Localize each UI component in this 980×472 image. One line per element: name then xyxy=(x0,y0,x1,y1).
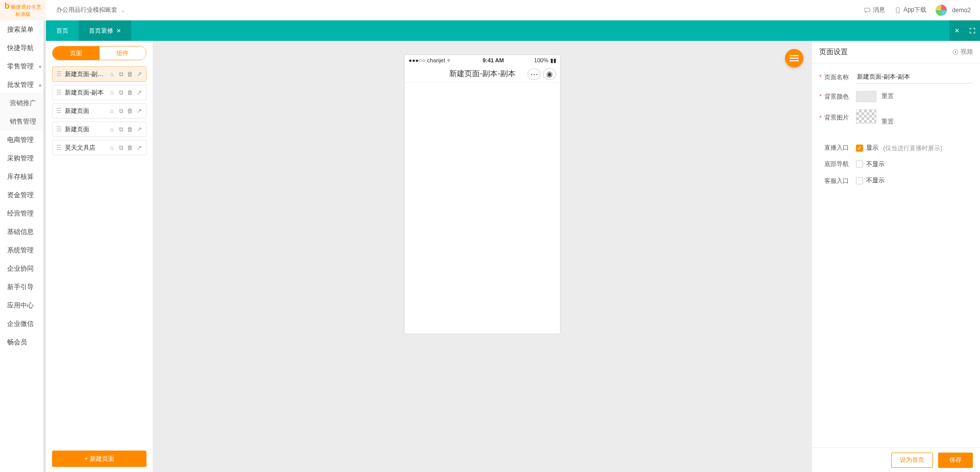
sidebar-item-collab[interactable]: 企业协同 xyxy=(0,259,45,278)
home-icon[interactable]: ⌂ xyxy=(108,144,115,151)
brand-sub: 标准版 xyxy=(15,11,31,18)
video-link[interactable]: 视频 xyxy=(952,48,973,56)
new-page-button[interactable]: + 新建页面 xyxy=(52,451,146,467)
tab-decoration[interactable]: 首页装修✕ xyxy=(79,20,131,41)
delete-icon[interactable]: 🗑 xyxy=(127,144,134,151)
tabbar-close-button[interactable]: ✕ xyxy=(949,20,965,41)
tab-page[interactable]: 页面 xyxy=(53,46,100,60)
copy-icon[interactable]: ⧉ xyxy=(117,107,125,114)
delete-icon[interactable]: 🗑 xyxy=(127,89,134,96)
brand-text: 畅捷通好生意 xyxy=(11,4,41,10)
sidebar-item-ecommerce[interactable]: 电商管理 xyxy=(0,131,45,149)
sidebar-item-system[interactable]: 系统管理 xyxy=(0,241,45,259)
phone-icon xyxy=(894,7,901,14)
chevron-down-icon: ⌄ xyxy=(120,7,126,14)
share-icon[interactable]: ↗ xyxy=(136,126,143,133)
account-switcher[interactable]: 办公用品行业模拟账套 ⌄ xyxy=(56,6,126,14)
share-icon[interactable]: ↗ xyxy=(136,70,143,78)
settings-header: 页面设置 视频 xyxy=(812,41,980,63)
battery-icon: ▮▮ xyxy=(550,57,556,63)
sidebar-scrollbar[interactable] xyxy=(43,20,45,472)
logo[interactable]: b 畅捷通好生意 标准版 xyxy=(0,0,46,20)
left-sidebar: 搜索菜单 快捷导航 零售管理▾ 批发管理▴ 营销推广 销售管理 电商管理 采购管… xyxy=(0,20,46,472)
tabs-bar: 首页 首页装修✕ ✕ xyxy=(46,20,980,41)
share-icon[interactable]: ↗ xyxy=(136,107,143,114)
page-item-1[interactable]: ☰ 新建页面-副本 ⌂⧉🗑↗ xyxy=(52,85,146,100)
app-download-button[interactable]: App下载 xyxy=(894,6,926,14)
home-icon[interactable]: ⌂ xyxy=(108,126,115,133)
sidebar-item-member[interactable]: 畅会员 xyxy=(0,333,45,351)
sidebar-item-quicknav[interactable]: 快捷导航 xyxy=(0,39,45,57)
checkbox-icon xyxy=(856,177,863,184)
page-item-3[interactable]: ☰ 新建页面 ⌂⧉🗑↗ xyxy=(52,122,146,137)
sidebar-sub-sales[interactable]: 销售管理 xyxy=(0,112,45,131)
delete-icon[interactable]: 🗑 xyxy=(127,107,134,114)
sidebar-item-appstore[interactable]: 应用中心 xyxy=(0,296,45,315)
sidebar-item-operation[interactable]: 经营管理 xyxy=(0,204,45,223)
user-menu[interactable]: demo2 xyxy=(936,5,971,16)
chat-icon xyxy=(864,7,871,14)
sidebar-item-purchase[interactable]: 采购管理 xyxy=(0,149,45,168)
field-service-entry: 客服入口 不显示 xyxy=(819,176,973,186)
fullscreen-button[interactable] xyxy=(965,20,980,41)
bg-color-reset[interactable]: 重置 xyxy=(881,92,894,100)
drag-icon[interactable]: ☰ xyxy=(56,107,62,114)
miniprogram-more-button[interactable]: ⋯ xyxy=(528,68,541,80)
signal-icon: ●●●○○ xyxy=(409,57,427,63)
home-icon[interactable]: ⌂ xyxy=(108,107,115,114)
page-item-2[interactable]: ☰ 新建页面 ⌂⧉🗑↗ xyxy=(52,103,146,119)
sidebar-item-inventory[interactable]: 库存核算 xyxy=(0,168,45,186)
hamburger-icon xyxy=(790,58,799,59)
sidebar-item-search[interactable]: 搜索菜单 xyxy=(0,20,45,39)
tab-component[interactable]: 组件 xyxy=(100,46,146,60)
account-name: 办公用品行业模拟账套 xyxy=(56,6,117,14)
bg-color-swatch[interactable] xyxy=(856,91,876,102)
sidebar-item-wholesale[interactable]: 批发管理▴ xyxy=(0,76,45,94)
drag-icon[interactable]: ☰ xyxy=(56,126,62,133)
share-icon[interactable]: ↗ xyxy=(136,144,143,151)
sidebar-item-guide[interactable]: 新手引导 xyxy=(0,278,45,296)
page-item-label: 新建页面 xyxy=(65,125,108,134)
bottom-nav-checkbox[interactable]: 不显示 xyxy=(856,160,885,169)
tab-home[interactable]: 首页 xyxy=(46,20,79,41)
miniprogram-title: 新建页面-副本-副本 xyxy=(449,69,516,79)
delete-icon[interactable]: 🗑 xyxy=(127,126,134,133)
page-item-label: 昊天文具店 xyxy=(65,144,108,152)
drag-icon[interactable]: ☰ xyxy=(56,89,62,96)
bg-image-picker[interactable] xyxy=(856,109,876,124)
checkbox-icon xyxy=(856,160,863,168)
miniprogram-close-button[interactable]: ◉ xyxy=(543,68,556,80)
wifi-icon: ᯤ xyxy=(447,57,452,63)
page-list: ☰ 新建页面-副本... ⌂ ⧉ 🗑 ↗ ☰ 新建页面-副本 ⌂⧉🗑↗ ☰ 新建… xyxy=(52,66,146,447)
sidebar-item-finance[interactable]: 资金管理 xyxy=(0,186,45,204)
share-icon[interactable]: ↗ xyxy=(136,89,143,96)
copy-icon[interactable]: ⧉ xyxy=(117,70,125,78)
delete-icon[interactable]: 🗑 xyxy=(127,70,134,78)
drag-icon[interactable]: ☰ xyxy=(56,70,62,78)
settings-panel: 页面设置 视频 *页面名称 *背景颜色 重置 *背景图片 重置 直播入口 xyxy=(812,41,980,472)
save-button[interactable]: 保存 xyxy=(938,453,973,468)
sidebar-sub-marketing[interactable]: 营销推广 xyxy=(0,94,45,112)
set-home-button[interactable]: 设为首页 xyxy=(891,453,933,468)
copy-icon[interactable]: ⧉ xyxy=(117,126,125,133)
home-icon[interactable]: ⌂ xyxy=(108,89,115,96)
service-checkbox[interactable]: 不显示 xyxy=(856,176,885,185)
sidebar-item-basic[interactable]: 基础信息 xyxy=(0,223,45,241)
bg-image-reset[interactable]: 重置 xyxy=(881,118,894,125)
sidebar-items: 搜索菜单 快捷导航 零售管理▾ 批发管理▴ 营销推广 销售管理 电商管理 采购管… xyxy=(0,20,45,351)
home-icon[interactable]: ⌂ xyxy=(108,70,115,78)
sidebar-item-wechat[interactable]: 企业微信 xyxy=(0,315,45,333)
phone-time: 9:41 AM xyxy=(452,57,534,63)
sidebar-item-retail[interactable]: 零售管理▾ xyxy=(0,57,45,76)
page-item-0[interactable]: ☰ 新建页面-副本... ⌂ ⧉ 🗑 ↗ xyxy=(52,66,146,82)
field-bg-image: *背景图片 重置 xyxy=(819,109,973,126)
live-show-checkbox[interactable]: ✓显示 xyxy=(856,144,878,152)
fab-menu-button[interactable] xyxy=(785,49,803,67)
page-name-input[interactable] xyxy=(856,70,973,84)
copy-icon[interactable]: ⧉ xyxy=(117,144,125,151)
page-item-4[interactable]: ☰ 昊天文具店 ⌂⧉🗑↗ xyxy=(52,140,146,155)
close-icon[interactable]: ✕ xyxy=(116,28,121,34)
messages-button[interactable]: 消息 xyxy=(864,6,885,14)
drag-icon[interactable]: ☰ xyxy=(56,144,62,151)
copy-icon[interactable]: ⧉ xyxy=(117,89,125,96)
